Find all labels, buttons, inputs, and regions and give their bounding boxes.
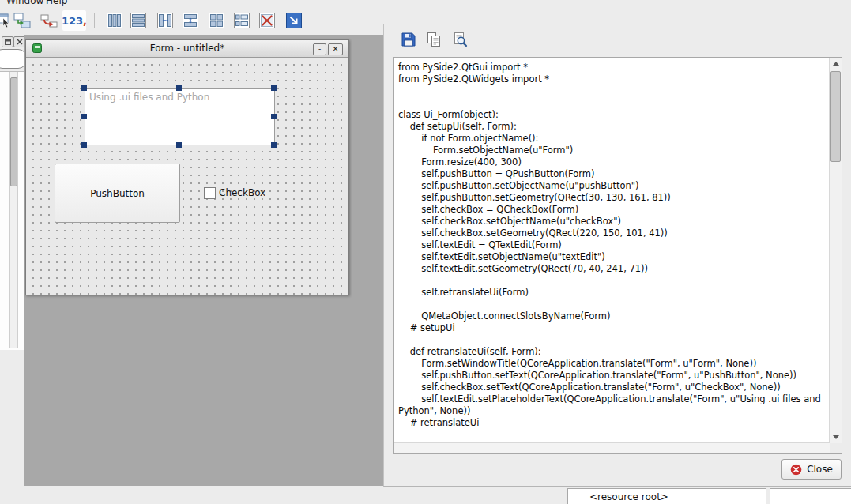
find-icon: [451, 31, 469, 48]
buddies-glyph: [40, 11, 58, 30]
selection-handle-top-left[interactable]: [81, 85, 87, 91]
form-canvas[interactable]: Using .ui files and Python PushButton Ch…: [26, 58, 348, 295]
selection-handle-top-right[interactable]: [271, 85, 277, 91]
scrollbar-corner: [830, 443, 842, 453]
layout-form-icon[interactable]: [232, 10, 252, 31]
signals-slots-glyph: [13, 11, 32, 30]
close-icon: [17, 39, 23, 45]
view-code-dialog: from PySide2.QtGui import * from PySide2…: [383, 24, 851, 487]
edit-widgets-glyph: [0, 11, 13, 30]
pushbutton-widget[interactable]: PushButton: [55, 164, 180, 223]
selection-handle-bottom-center[interactable]: [176, 142, 182, 148]
generated-code[interactable]: from PySide2.QtGui import * from PySide2…: [394, 58, 829, 443]
form-editor-window: Form - untitled* - ✕ Using .ui files and…: [25, 39, 349, 295]
arrow-up-icon: [833, 62, 839, 66]
tab-order-digits: 123: [62, 15, 83, 27]
dialog-close-button[interactable]: Close: [781, 459, 842, 480]
form-window-title: Form - untitled*: [26, 43, 348, 54]
close-button[interactable]: ✕: [328, 43, 343, 55]
pushbutton-label: PushButton: [90, 188, 145, 199]
edit-buddies-icon[interactable]: [39, 10, 59, 31]
layout-vertical-icon[interactable]: [128, 10, 149, 31]
layout-vertical-glyph: [129, 11, 148, 30]
resource-root-item[interactable]: <resource root>: [589, 491, 668, 502]
textedit-widget[interactable]: Using .ui files and Python: [85, 88, 275, 145]
edit-tab-order-icon[interactable]: 123,: [62, 10, 86, 31]
scroll-up-button[interactable]: [830, 58, 842, 70]
copy-button[interactable]: [424, 29, 444, 50]
layout-grid-icon[interactable]: [206, 10, 227, 31]
toolbar-separator: [94, 13, 95, 28]
code-view[interactable]: from PySide2.QtGui import * from PySide2…: [393, 57, 842, 454]
code-scrollbar-thumb[interactable]: [830, 71, 841, 162]
h-splitter-glyph: [156, 11, 175, 30]
resource-browser-side-panel: [770, 488, 851, 504]
adjust-size-glyph: [284, 11, 303, 30]
dock-float-button[interactable]: [2, 36, 13, 47]
menubar: Window Help: [0, 0, 851, 7]
save-icon: [400, 31, 417, 48]
qt-designer-window: Window Help 123,: [0, 0, 851, 504]
float-icon: [5, 39, 11, 45]
layout-horizontal-glyph: [105, 11, 124, 30]
resource-browser-panel: <resource root>: [567, 488, 766, 504]
arrow-down-icon: [833, 435, 839, 439]
form-window-titlebar[interactable]: Form - untitled* - ✕: [26, 40, 348, 58]
selection-handle-bottom-left[interactable]: [81, 142, 87, 148]
layout-horizontal-splitter-icon[interactable]: [155, 10, 175, 31]
v-splitter-glyph: [181, 11, 200, 30]
selection-handle-bottom-right[interactable]: [271, 142, 277, 148]
layout-vertical-splitter-icon[interactable]: [180, 10, 201, 31]
checkbox-indicator[interactable]: [204, 187, 216, 199]
close-button-label: Close: [807, 464, 833, 475]
menu-window[interactable]: Window: [6, 0, 43, 6]
form-layout-glyph: [232, 11, 251, 30]
selection-handle-mid-right[interactable]: [271, 114, 277, 119]
minimize-button[interactable]: -: [313, 43, 326, 55]
save-button[interactable]: [398, 29, 419, 50]
widget-box-filter-input[interactable]: [0, 49, 27, 69]
code-horizontal-scrollbar[interactable]: [394, 442, 830, 453]
widget-box-scrollbar-thumb[interactable]: [10, 77, 17, 186]
widget-box-scrollbar[interactable]: [9, 72, 18, 348]
find-button[interactable]: [450, 29, 470, 50]
break-layout-icon[interactable]: [257, 10, 277, 31]
code-vertical-scrollbar[interactable]: [829, 58, 842, 443]
layout-horizontal-icon[interactable]: [104, 10, 125, 31]
copy-icon: [425, 31, 442, 48]
checkbox-label: CheckBox: [219, 187, 265, 198]
selection-handle-mid-left[interactable]: [81, 114, 87, 119]
edit-signals-slots-icon[interactable]: [12, 10, 32, 31]
textedit-placeholder: Using .ui files and Python: [89, 92, 209, 103]
grid-layout-glyph: [207, 11, 226, 30]
menu-help[interactable]: Help: [46, 0, 67, 6]
adjust-size-icon[interactable]: [284, 10, 304, 31]
close-circle-icon: [790, 464, 802, 476]
break-layout-glyph: [258, 11, 277, 30]
selection-handle-top-center[interactable]: [176, 85, 182, 91]
scroll-down-button[interactable]: [830, 431, 842, 443]
tab-order-mark: ,: [83, 15, 87, 27]
